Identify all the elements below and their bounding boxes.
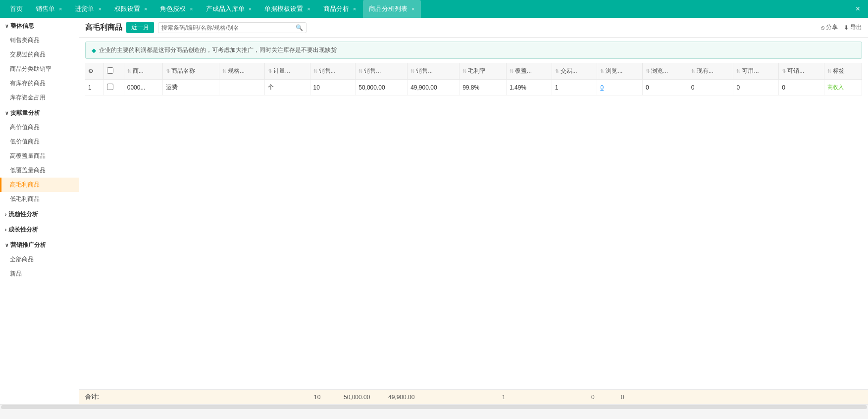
sidebar-section-4[interactable]: ∨营销推广分析 xyxy=(0,237,79,252)
data-table: ⚙⇅商...⇅商品名称⇅规格...⇅计量...⇅销售...⇅销售...⇅销售..… xyxy=(85,63,862,95)
table-row: 10000...运费个1050,000.0049,900.0099.8%1.49… xyxy=(85,80,862,95)
info-icon: ◆ xyxy=(92,47,96,54)
row-view2: 0 xyxy=(643,80,688,95)
settings-icon[interactable]: ⚙ xyxy=(88,68,94,75)
main-layout: 《 ∨整体信息销售类商品交易过的商品商品分类助销率有库存的商品库存资金占用∨贡献… xyxy=(0,18,868,404)
col-header-code[interactable]: ⇅商... xyxy=(124,63,163,80)
col-header-coverage[interactable]: ⇅覆盖... xyxy=(506,63,552,80)
section-arrow-3: › xyxy=(5,227,6,233)
sidebar-item-1-1[interactable]: 低价值商品 xyxy=(0,135,79,149)
nav-tab-5[interactable]: 产成品入库单× xyxy=(200,0,257,18)
filter-recent-month-button[interactable]: 近一月 xyxy=(126,22,154,33)
col-header-spec[interactable]: ⇅规格... xyxy=(219,63,265,80)
page-title: 高毛利商品 xyxy=(85,23,122,32)
sort-icon-code: ⇅ xyxy=(127,68,131,74)
sort-icon-unit: ⇅ xyxy=(268,68,272,74)
footer-cell-7: 50,000.00 xyxy=(341,394,385,401)
nav-tab-2[interactable]: 进货单× xyxy=(69,0,107,18)
sidebar-item-4-1[interactable]: 新品 xyxy=(0,267,79,281)
sidebar-item-0-4[interactable]: 库存资金占用 xyxy=(0,91,79,105)
share-icon: ⎋ xyxy=(821,24,824,31)
select-all-checkbox[interactable] xyxy=(107,67,113,74)
section-label-0: 整体信息 xyxy=(10,22,34,30)
sidebar-section-1[interactable]: ∨贡献量分析 xyxy=(0,105,79,120)
section-label-3: 成长性分析 xyxy=(8,226,38,234)
sidebar-section-2[interactable]: ›流趋性分析 xyxy=(0,206,79,222)
bottom-scrollbar[interactable] xyxy=(0,404,868,409)
col-header-transaction[interactable]: ⇅交易... xyxy=(552,63,597,80)
sidebar-item-1-0[interactable]: 高价值商品 xyxy=(0,120,79,135)
col-header-sales_profit[interactable]: ⇅销售... xyxy=(408,63,460,80)
row-unit: 个 xyxy=(264,80,310,95)
sidebar-section-3[interactable]: ›成长性分析 xyxy=(0,222,79,237)
footer-cell-16 xyxy=(648,394,677,401)
footer-cell-10 xyxy=(464,394,499,401)
sidebar-item-0-2[interactable]: 商品分类助销率 xyxy=(0,62,79,76)
row-name: 运费 xyxy=(163,80,219,95)
nav-tab-close-5[interactable]: × xyxy=(249,6,252,12)
nav-tab-7[interactable]: 商品分析× xyxy=(317,0,362,18)
sidebar-item-1-2[interactable]: 高覆盖量商品 xyxy=(0,149,79,163)
col-header-sales_qty[interactable]: ⇅销售... xyxy=(310,63,356,80)
col-header-available_stock[interactable]: ⇅可用... xyxy=(733,63,779,80)
sidebar-item-1-3[interactable]: 低覆盖量商品 xyxy=(0,163,79,178)
row-current-stock: 0 xyxy=(688,80,733,95)
sidebar-section-0[interactable]: ∨整体信息 xyxy=(0,18,79,33)
row-view1-link[interactable]: 0 xyxy=(600,84,604,91)
nav-tab-8[interactable]: 商品分析列表× xyxy=(363,0,420,18)
sort-icon-sellable: ⇅ xyxy=(782,68,786,74)
sidebar-item-4-0[interactable]: 全部商品 xyxy=(0,252,79,267)
row-view1[interactable]: 0 xyxy=(597,80,643,95)
content-area: 高毛利商品 近一月 🔍 ⎋ 分享 ⬇ 导出 ◆ 企业的主要的利润都是这部分商品创… xyxy=(79,18,868,404)
nav-tab-close-6[interactable]: × xyxy=(307,6,310,12)
sidebar-item-0-0[interactable]: 销售类商品 xyxy=(0,33,79,47)
section-arrow-2: › xyxy=(5,212,6,217)
footer-cell-15: 0 xyxy=(618,394,648,401)
row-coverage: 1.49% xyxy=(506,80,552,95)
sidebar-item-0-3[interactable]: 有库存的商品 xyxy=(0,76,79,91)
col-header-current_stock[interactable]: ⇅现有... xyxy=(688,63,733,80)
col-header-view1[interactable]: ⇅浏览... xyxy=(597,63,643,80)
nav-tab-close-2[interactable]: × xyxy=(98,6,101,12)
col-header-sellable[interactable]: ⇅可销... xyxy=(779,63,824,80)
col-header-name[interactable]: ⇅商品名称 xyxy=(163,63,219,80)
row-available-stock: 0 xyxy=(733,80,779,95)
row-checkbox-input[interactable] xyxy=(107,84,113,90)
col-header-view2[interactable]: ⇅浏览... xyxy=(643,63,688,80)
nav-tab-4[interactable]: 角色授权× xyxy=(154,0,199,18)
sort-icon-available_stock: ⇅ xyxy=(736,68,740,74)
nav-tab-6[interactable]: 单据模板设置× xyxy=(258,0,316,18)
row-gross-margin: 99.8% xyxy=(460,80,507,95)
sidebar-collapse-button[interactable]: 《 xyxy=(79,201,79,221)
nav-tab-close-7[interactable]: × xyxy=(353,6,356,12)
footer-cell-3 xyxy=(202,394,252,401)
info-banner: ◆ 企业的主要的利润都是这部分商品创造的，可考虑加大推广，同时关注库存是不要出现… xyxy=(85,42,862,59)
row-checkbox[interactable] xyxy=(103,80,124,95)
col-header-unit[interactable]: ⇅计量... xyxy=(264,63,310,80)
scrollbar-track[interactable] xyxy=(1,405,867,409)
share-button[interactable]: ⎋ 分享 xyxy=(821,23,838,32)
col-header-sales_amount[interactable]: ⇅销售... xyxy=(356,63,408,80)
nav-tab-3[interactable]: 权限设置× xyxy=(108,0,153,18)
sort-icon-sales_amount: ⇅ xyxy=(358,68,362,74)
nav-tab-close-1[interactable]: × xyxy=(59,6,62,12)
nav-tab-close-4[interactable]: × xyxy=(190,6,193,12)
export-label: 导出 xyxy=(850,23,862,32)
col-header-checkbox xyxy=(103,63,124,80)
sidebar-item-1-5[interactable]: 低毛利商品 xyxy=(0,192,79,206)
col-header-gross_margin[interactable]: ⇅毛利率 xyxy=(460,63,507,80)
search-input[interactable] xyxy=(161,24,294,31)
nav-tab-1[interactable]: 销售单× xyxy=(30,0,68,18)
sidebar-item-1-4[interactable]: 高毛利商品 xyxy=(0,178,79,192)
col-header-tag[interactable]: ⇅标签 xyxy=(824,63,862,80)
sidebar-item-0-1[interactable]: 交易过的商品 xyxy=(0,47,79,62)
sort-icon-spec: ⇅ xyxy=(222,68,226,74)
footer-cell-5 xyxy=(281,394,311,401)
row-sales-profit: 49,900.00 xyxy=(408,80,460,95)
close-all-tabs[interactable]: × xyxy=(852,4,864,13)
nav-tab-close-3[interactable]: × xyxy=(144,6,147,12)
search-icon[interactable]: 🔍 xyxy=(296,24,303,31)
export-button[interactable]: ⬇ 导出 xyxy=(844,23,862,32)
nav-tab-0[interactable]: 首页 xyxy=(4,0,29,18)
nav-tab-close-8[interactable]: × xyxy=(411,6,414,12)
